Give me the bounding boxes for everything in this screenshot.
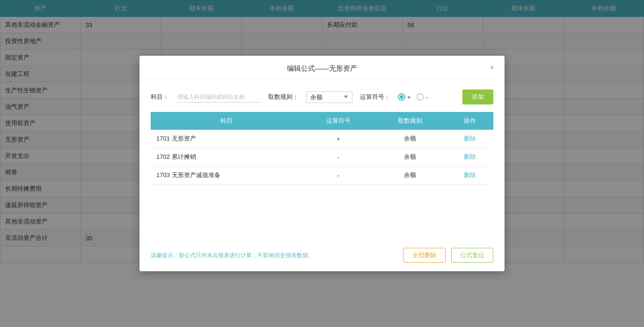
delete-all-button[interactable]: 全部删除 — [403, 248, 446, 263]
table-col-subject: 科目 — [151, 112, 302, 130]
footer-tip-content: 新公式只对未出报表进行计算，不影响历史报表数据。 — [179, 252, 314, 259]
operator-radio-group: + - — [398, 93, 428, 101]
delete-row-button[interactable]: 删除 — [464, 171, 476, 178]
table-col-rule: 取数规则 — [374, 112, 446, 130]
table-col-action: 操作 — [446, 112, 493, 130]
modal-header: 编辑公式——无形资产 × — [139, 56, 505, 80]
formula-row-action: 删除 — [446, 130, 493, 148]
operator-minus-label: - — [426, 94, 428, 101]
formula-row-operator: - — [302, 166, 374, 185]
formula-table-wrap: 科目 运算符号 取数规则 操作 1701 无形资产+余额删除1702 累计摊销-… — [139, 112, 505, 238]
reset-formula-button[interactable]: 公式复位 — [451, 248, 493, 263]
formula-table: 科目 运算符号 取数规则 操作 1701 无形资产+余额删除1702 累计摊销-… — [151, 112, 493, 185]
rule-select[interactable]: 余额 借方发生额 贷方发生额 — [306, 91, 352, 103]
formula-row-rule: 余额 — [374, 148, 446, 166]
rule-label: 取数规则： — [268, 93, 299, 101]
modal-overlay: 编辑公式——无形资产 × 科目： 取数规则： 余额 借方发生额 贷方发生额 运算… — [0, 0, 644, 327]
footer-tip: 温馨提示：新公式只对未出报表进行计算，不影响历史报表数据。 — [151, 252, 314, 260]
delete-row-button[interactable]: 删除 — [464, 135, 476, 142]
subject-label: 科目： — [151, 93, 169, 101]
modal-title: 编辑公式——无形资产 — [287, 64, 357, 73]
formula-row-action: 删除 — [446, 148, 493, 166]
delete-row-button[interactable]: 删除 — [464, 153, 476, 160]
formula-table-row: 1702 累计摊销-余额删除 — [151, 148, 493, 166]
formula-form-row: 科目： 取数规则： 余额 借方发生额 贷方发生额 运算符号： + — [139, 80, 505, 112]
edit-formula-modal: 编辑公式——无形资产 × 科目： 取数规则： 余额 借方发生额 贷方发生额 运算… — [139, 56, 505, 271]
formula-row-subject: 1703 无形资产减值准备 — [151, 166, 302, 185]
modal-close-button[interactable]: × — [487, 63, 497, 73]
formula-row-subject: 1702 累计摊销 — [151, 148, 302, 166]
operator-plus-circle — [398, 93, 405, 101]
footer-tip-prefix: 温馨提示： — [151, 252, 179, 259]
footer-buttons: 全部删除 公式复位 — [403, 248, 493, 263]
formula-table-row: 1701 无形资产+余额删除 — [151, 130, 493, 148]
formula-row-rule: 余额 — [374, 130, 446, 148]
operator-plus-radio[interactable]: + — [398, 93, 411, 101]
operator-minus-radio[interactable]: - — [417, 93, 428, 101]
operator-minus-circle — [417, 93, 424, 101]
formula-row-rule: 余额 — [374, 166, 446, 185]
formula-row-action: 删除 — [446, 166, 493, 185]
formula-row-subject: 1701 无形资产 — [151, 130, 302, 148]
operator-label: 运算符号： — [360, 93, 390, 101]
formula-row-operator: - — [302, 148, 374, 166]
formula-row-operator: + — [302, 130, 374, 148]
subject-input[interactable] — [176, 91, 261, 103]
rule-select-wrap: 余额 借方发生额 贷方发生额 — [306, 91, 352, 103]
add-button[interactable]: 添加 — [462, 89, 493, 104]
operator-plus-label: + — [407, 94, 411, 101]
formula-table-row: 1703 无形资产减值准备-余额删除 — [151, 166, 493, 185]
table-col-operator: 运算符号 — [302, 112, 374, 130]
modal-footer: 温馨提示：新公式只对未出报表进行计算，不影响历史报表数据。 全部删除 公式复位 — [139, 238, 505, 271]
